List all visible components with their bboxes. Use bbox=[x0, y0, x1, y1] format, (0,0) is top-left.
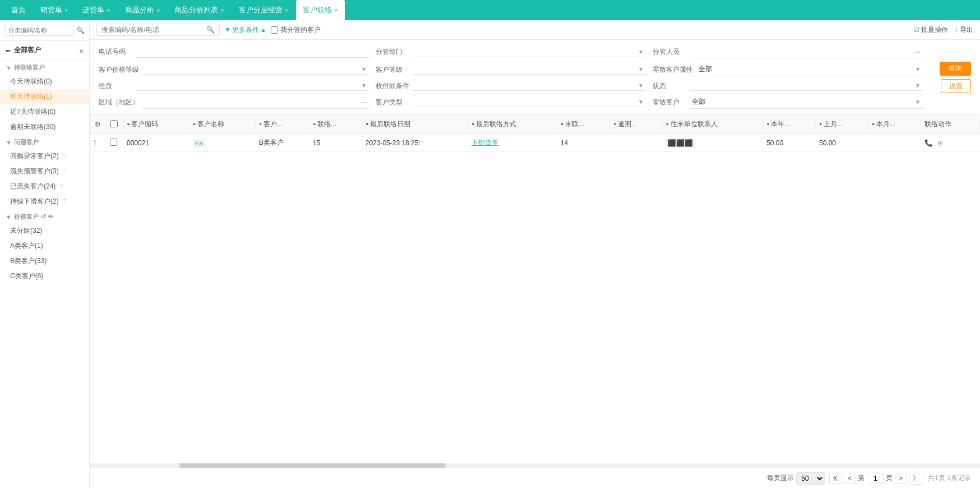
filter-label-payment: 收付款条件 bbox=[376, 81, 409, 91]
sidebar-search-container: 🔍 bbox=[0, 20, 89, 41]
filter-label-status: 状态 bbox=[653, 81, 686, 91]
filter-select-status[interactable]: ▼ bbox=[690, 81, 923, 91]
col-last-month: ▪ 上月... bbox=[816, 115, 868, 134]
filter-select-payment[interactable]: ▼ bbox=[413, 81, 646, 91]
filter-field-phone: 电话号码 bbox=[99, 46, 369, 58]
sidebar-item-abnormal-repurchase[interactable]: 回购异常客户(2) ? bbox=[0, 149, 89, 164]
nav-customer-contact[interactable]: 客户联络 × bbox=[296, 0, 344, 20]
first-page-btn[interactable]: K bbox=[829, 473, 842, 484]
filter-field-manager: 分管人员 ··· bbox=[653, 45, 923, 58]
col-overdue: ▪ 逾期... bbox=[610, 115, 663, 134]
filter-select-price-level[interactable]: ▼ bbox=[142, 65, 369, 75]
table-horizontal-scrollbar[interactable] bbox=[90, 463, 980, 468]
row-this-month bbox=[868, 134, 921, 152]
close-sales-order-icon[interactable]: × bbox=[64, 7, 68, 13]
nav-product-analysis-list[interactable]: 商品分析列表 × bbox=[168, 0, 230, 20]
export-icon: ↑ bbox=[955, 26, 958, 34]
close-purchase-order-icon[interactable]: × bbox=[107, 7, 110, 13]
query-button[interactable]: 查询 bbox=[940, 62, 971, 76]
row-checkbox bbox=[107, 134, 123, 152]
sidebar-item-declining[interactable]: 持续下滑客户(2) ? bbox=[0, 194, 89, 209]
chevron-down-type-icon: ▼ bbox=[638, 99, 644, 105]
action-phone-icon[interactable]: 📞 bbox=[924, 139, 933, 147]
filter-select-retail-customer[interactable]: 全部 ▼ bbox=[690, 95, 923, 109]
page-size-select[interactable]: 50 100 200 bbox=[796, 472, 825, 485]
row-name: Ea bbox=[189, 134, 256, 152]
filter-field-price-level: 客户价格等级 ▼ bbox=[99, 65, 369, 75]
filter-search-icon[interactable]: 🔍 bbox=[206, 26, 215, 34]
row-contact: 15 bbox=[309, 134, 362, 152]
filter-select-customer-type[interactable]: ▼ bbox=[413, 97, 646, 107]
filter-input-phone[interactable] bbox=[136, 46, 369, 58]
total-info: 共1页 1条记录 bbox=[928, 473, 971, 483]
sidebar-search-input[interactable] bbox=[4, 25, 74, 36]
page-number-input[interactable] bbox=[867, 473, 884, 484]
action-grid-icon[interactable]: ⊞ bbox=[937, 139, 943, 147]
sidebar-item-overdue-contact[interactable]: 逾期未联络(30) bbox=[0, 119, 89, 135]
nav-home[interactable]: 首页 bbox=[4, 0, 33, 20]
sidebar-item-today-contact[interactable]: 今天待联络(0) bbox=[0, 74, 89, 89]
section-problem-customers: ▼ 问题客户 bbox=[0, 135, 89, 149]
export-btn[interactable]: ↑ 导出 bbox=[955, 25, 973, 35]
settings-button[interactable]: 设置 bbox=[941, 79, 971, 93]
nav-sales-order[interactable]: 销货单 × bbox=[34, 0, 75, 20]
sidebar-search-icon[interactable]: 🔍 bbox=[76, 26, 85, 34]
sidebar-item-7days-contact[interactable]: 近7天待联络(0) bbox=[0, 104, 89, 119]
gear-icon[interactable]: ⚙ bbox=[95, 121, 101, 128]
my-customer-checkbox[interactable] bbox=[271, 26, 278, 34]
filter-select-customer-level[interactable]: ▼ bbox=[413, 65, 646, 75]
nav-customer-tier[interactable]: 客户分层经营 × bbox=[232, 0, 295, 20]
chevron-down-status-icon: ▼ bbox=[915, 82, 921, 89]
nav-purchase-order[interactable]: 进货单 × bbox=[76, 0, 117, 20]
nav-product-analysis[interactable]: 商品分析 × bbox=[118, 0, 167, 20]
select-all-checkbox[interactable] bbox=[110, 120, 118, 127]
collapse-icon[interactable]: « bbox=[79, 46, 84, 55]
filter-field-nature: 性质 ▼ bbox=[99, 81, 369, 91]
col-this-month: ▪ 本月... bbox=[868, 115, 921, 134]
col-this-year: ▪ 本年... bbox=[763, 115, 816, 134]
row-select-checkbox[interactable] bbox=[110, 139, 117, 146]
filter-label-retail-attr: 零散客户属性 bbox=[653, 65, 693, 75]
chevron-down-price-icon: ▼ bbox=[361, 66, 367, 72]
prev-page-btn[interactable]: < bbox=[844, 473, 856, 484]
close-customer-contact-icon[interactable]: × bbox=[334, 7, 338, 13]
table-scroll-thumb[interactable] bbox=[179, 463, 446, 468]
sidebar-item-tomorrow-contact[interactable]: 明天待联络(1) bbox=[0, 89, 89, 104]
more-filter-btn[interactable]: ▼ 更多条件 ▲ bbox=[224, 25, 266, 35]
last-method-link[interactable]: 下销货单 bbox=[471, 139, 498, 146]
sidebar-item-churned[interactable]: 已流失客户(24) ? bbox=[0, 179, 89, 194]
sidebar-item-class-a[interactable]: A类客户(1) bbox=[0, 238, 89, 254]
next-page-btn[interactable]: > bbox=[895, 473, 907, 484]
filter-select-dept[interactable]: ▼ bbox=[413, 47, 646, 57]
sidebar-all-customers[interactable]: ▪▪ 全部客户 « bbox=[0, 41, 89, 60]
sidebar-item-ungrouped[interactable]: 未分组(32) bbox=[0, 223, 89, 238]
filter-field-customer-level: 客户等级 ▼ bbox=[376, 65, 646, 75]
col-code: ▪ 客户编码 bbox=[123, 115, 189, 134]
filter-field-payment: 收付款条件 ▼ bbox=[376, 81, 646, 91]
row-last-date: 2023-05-23 18:25: bbox=[362, 134, 468, 152]
filter-search-input[interactable] bbox=[101, 26, 206, 34]
region-dots-icon[interactable]: ··· bbox=[360, 98, 367, 107]
manager-dots-icon[interactable]: ··· bbox=[914, 47, 921, 56]
chevron-down-payment-icon: ▼ bbox=[638, 82, 644, 89]
last-page-btn[interactable]: 》 bbox=[909, 472, 923, 485]
close-product-analysis-list-icon[interactable]: × bbox=[220, 7, 224, 13]
sidebar-item-class-c[interactable]: C类客户(6) bbox=[0, 269, 89, 284]
filter-field-status: 状态 ▼ bbox=[653, 81, 923, 91]
filter-label-retail-customer: 零散客户 bbox=[653, 98, 686, 107]
sidebar-item-churn-warning[interactable]: 流失预警客户(3) ? bbox=[0, 164, 89, 179]
col-last-method: ▪ 最后联络方式 bbox=[468, 115, 557, 134]
filter-select-nature[interactable]: ▼ bbox=[136, 81, 369, 91]
filter-row-3: 性质 ▼ 收付款条件 ▼ bbox=[99, 81, 923, 91]
col-type: ▪ 客户... bbox=[256, 115, 309, 134]
col-gear: ⚙ bbox=[90, 115, 107, 134]
section-value-customers: ▼ 价值客户 ↺ ✏ bbox=[0, 209, 89, 223]
col-name: ▪ 客户名称 bbox=[189, 115, 256, 134]
close-product-analysis-icon[interactable]: × bbox=[156, 7, 160, 13]
toolbar-right: ☑ 批量操作 ↑ 导出 bbox=[913, 25, 973, 35]
close-customer-tier-icon[interactable]: × bbox=[285, 7, 288, 13]
batch-op-btn[interactable]: ☑ 批量操作 bbox=[913, 25, 948, 35]
sidebar-item-class-b[interactable]: B类客户(33) bbox=[0, 254, 89, 269]
filter-select-retail-attr[interactable]: 全部 ▼ bbox=[696, 63, 923, 76]
filter-label-dept: 分管部门 bbox=[376, 47, 409, 57]
